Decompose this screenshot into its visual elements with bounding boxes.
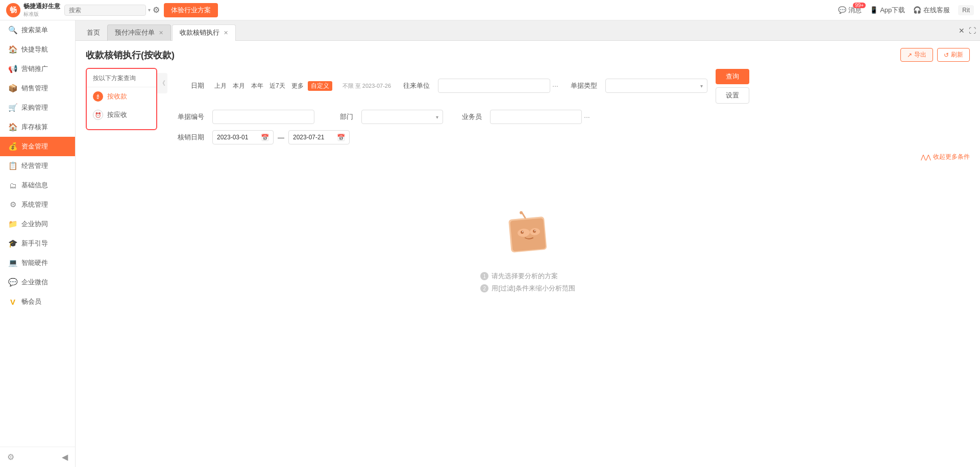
sidebar-item-search-menu[interactable]: 🔍 搜索菜单 [0, 20, 75, 40]
writeoff-start-cal-icon[interactable]: 📅 [261, 134, 269, 141]
message-button[interactable]: 💬 消息 99+ [838, 6, 862, 15]
filter-option-by-receivable[interactable]: ⏰ 按应收 [87, 106, 156, 124]
export-button[interactable]: ↗ 导出 [900, 48, 933, 62]
tab-prepay[interactable]: 预付冲应付单 ✕ [107, 24, 171, 41]
doc-no-input[interactable] [212, 110, 314, 124]
sidebar-item-vip[interactable]: V 畅会员 [0, 292, 75, 311]
tab-bar: 首页 预付冲应付单 ✕ 收款核销执行 ✕ ✕ ⛶ [76, 20, 980, 41]
tab-home[interactable]: 首页 [80, 24, 107, 41]
sidebar-collapse-icon[interactable]: ◀ [62, 452, 68, 462]
refresh-button[interactable]: ↺ 刷新 [937, 48, 970, 62]
industry-solution-button[interactable]: 体验行业方案 [164, 3, 218, 17]
sales-icon: 📦 [8, 84, 17, 93]
writeoff-end-date[interactable]: 2023-07-21 📅 [288, 130, 350, 144]
by-receipt-icon: ₿ [93, 91, 103, 102]
counterparty-label: 往来单位 [399, 81, 430, 90]
smart-hw-icon: 💻 [8, 258, 17, 267]
date-this-month[interactable]: 本月 [231, 81, 247, 91]
message-icon: 💬 [838, 6, 846, 14]
salesperson-more-icon[interactable]: ··· [584, 113, 590, 121]
hint-num-1: 1 [480, 272, 488, 280]
filter-row-2: 单据编号 部门 ▾ 业务员 ··· [174, 110, 970, 124]
settings-button[interactable]: 设置 [716, 87, 749, 104]
sidebar-item-inventory[interactable]: 🏠 库存核算 [0, 117, 75, 137]
tab-receipt-writeoff-close[interactable]: ✕ [224, 30, 228, 36]
filter-option-by-receipt[interactable]: ₿ 按收款 [87, 87, 156, 106]
sidebar-item-smart-hw[interactable]: 💻 智能硬件 [0, 253, 75, 273]
dept-chevron: ▾ [436, 114, 438, 120]
topbar: 畅 畅捷通好生意 标准版 ▾ ⚙ 体验行业方案 💬 消息 99+ 📱 App下载… [0, 0, 980, 20]
system-icon: ⚙ [8, 200, 17, 209]
svg-line-8 [522, 213, 525, 218]
sidebar-item-operation[interactable]: 📋 经营管理 [0, 156, 75, 176]
sidebar-item-marketing[interactable]: 📢 营销推广 [0, 59, 75, 79]
empty-state: 1 请先选择要分析的方案 2 用[过滤]条件来缩小分析范围 [76, 169, 980, 324]
query-button[interactable]: 查询 [716, 69, 749, 84]
page-content: 收款核销执行(按收款) ↗ 导出 ↺ 刷新 [76, 41, 980, 467]
date-7days[interactable]: 近7天 [267, 81, 287, 91]
brand-name: 畅捷通好生意 标准版 [23, 2, 60, 18]
enterprise-icon: 📁 [8, 219, 17, 229]
sidebar-item-guide[interactable]: 🎓 新手引导 [0, 234, 75, 253]
collapse-icon: 《 [159, 79, 165, 88]
tab-receipt-writeoff[interactable]: 收款核销执行 ✕ [172, 24, 236, 41]
date-this-year[interactable]: 本年 [249, 81, 265, 91]
date-shortcuts: 上月 本月 本年 近7天 更多 自定义 [212, 81, 332, 91]
topbar-gear-icon[interactable]: ⚙ [153, 5, 160, 15]
date-last-month[interactable]: 上月 [212, 81, 229, 91]
topbar-search-input[interactable] [64, 5, 146, 16]
svg-point-4 [521, 231, 524, 234]
sidebar-item-system[interactable]: ⚙ 系统管理 [0, 195, 75, 214]
doc-type-chevron: ▾ [700, 83, 703, 89]
main-layout: 🔍 搜索菜单 🏠 快捷导航 📢 营销推广 📦 销售管理 🛒 采购管理 🏠 库存核… [0, 20, 980, 467]
collapse-more-button[interactable]: ⋀⋀ 收起更多条件 [174, 151, 970, 163]
page-title: 收款核销执行(按收款) [86, 49, 175, 61]
service-icon: 🎧 [913, 6, 921, 14]
sidebar-item-quick-nav[interactable]: 🏠 快捷导航 [0, 40, 75, 59]
filter-row-1: 日期 上月 本月 本年 近7天 更多 自定义 不 [174, 68, 970, 104]
sidebar: 🔍 搜索菜单 🏠 快捷导航 📢 营销推广 📦 销售管理 🛒 采购管理 🏠 库存核… [0, 20, 76, 467]
date-more[interactable]: 更多 [289, 81, 306, 91]
sidebar-item-basic-info[interactable]: 🗂 基础信息 [0, 176, 75, 195]
logo-icon: 畅 [6, 3, 20, 17]
sidebar-item-sales[interactable]: 📦 销售管理 [0, 79, 75, 98]
app-download-button[interactable]: 📱 App下载 [870, 6, 905, 15]
operation-icon: 📋 [8, 161, 17, 170]
empty-illustration [497, 210, 558, 261]
sidebar-settings-icon[interactable]: ⚙ [7, 452, 14, 462]
writeoff-start-date[interactable]: 2023-03-01 📅 [212, 130, 274, 144]
tab-close-all-icon[interactable]: ✕ [959, 27, 965, 35]
sidebar-item-wechat[interactable]: 💬 企业微信 [0, 273, 75, 292]
writeoff-end-cal-icon[interactable]: 📅 [337, 134, 345, 141]
finance-icon: 💰 [8, 142, 17, 151]
tab-expand-icon[interactable]: ⛶ [969, 27, 976, 35]
filter-collapse-button[interactable]: 《 [157, 73, 167, 93]
hint-num-2: 2 [480, 284, 488, 292]
inventory-icon: 🏠 [8, 122, 17, 132]
date-custom-badge[interactable]: 自定义 [308, 81, 332, 91]
counterparty-more-icon[interactable]: ··· [552, 82, 558, 90]
topbar-search-area: ▾ ⚙ [64, 5, 160, 16]
refresh-icon: ↺ [944, 52, 949, 59]
topbar-left: 畅 畅捷通好生意 标准版 ▾ ⚙ 体验行业方案 [6, 2, 218, 18]
page-header: 收款核销执行(按收款) ↗ 导出 ↺ 刷新 [76, 41, 980, 62]
sidebar-item-purchase[interactable]: 🛒 采购管理 [0, 98, 75, 117]
date-no-limit: 不限 至 2023-07-26 [342, 82, 391, 90]
page-inner: 收款核销执行(按收款) ↗ 导出 ↺ 刷新 [76, 41, 980, 467]
svg-point-5 [533, 230, 536, 233]
sidebar-item-enterprise[interactable]: 📁 企业协同 [0, 214, 75, 234]
user-name[interactable]: Rit [958, 5, 974, 15]
dept-select[interactable]: ▾ [361, 110, 443, 124]
tab-prepay-close[interactable]: ✕ [159, 30, 163, 36]
basic-info-icon: 🗂 [8, 181, 17, 190]
doc-type-select[interactable]: ▾ [605, 79, 707, 93]
sidebar-item-finance[interactable]: 💰 资金管理 [0, 137, 75, 156]
doc-type-label: 单据类型 [567, 81, 597, 90]
topbar-dropdown-icon[interactable]: ▾ [148, 7, 151, 13]
date-separator: — [276, 134, 286, 141]
empty-hint-2: 2 用[过滤]条件来缩小分析范围 [480, 284, 575, 293]
salesperson-input[interactable] [490, 110, 582, 124]
online-service-button[interactable]: 🎧 在线客服 [913, 6, 950, 15]
app-download-icon: 📱 [870, 6, 878, 14]
counterparty-input[interactable] [438, 79, 550, 93]
